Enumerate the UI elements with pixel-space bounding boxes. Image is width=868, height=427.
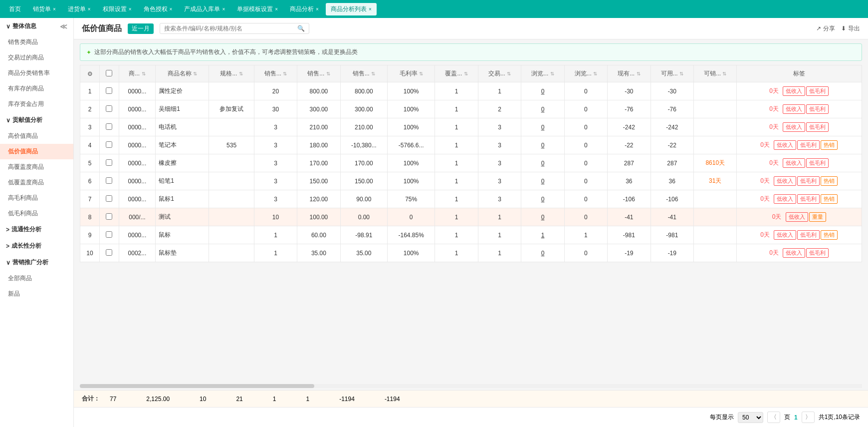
row-browse1[interactable]: 1 [521,226,564,244]
sidebar-group-growth[interactable]: > 成长性分析 [0,238,73,254]
row-checkbox-input[interactable] [106,213,112,220]
sidebar-item-traded-goods[interactable]: 交易过的商品 [0,50,73,65]
col-browse2[interactable]: 浏览... ⇅ [564,65,607,82]
row-name[interactable]: 鼠标1 [156,190,209,208]
nav-home[interactable]: 首页 [4,3,26,15]
row-browse1[interactable]: 0 [521,100,564,118]
browse1-link[interactable]: 0 [541,124,545,131]
sidebar-group-marketing[interactable]: ∨ 营销推广分析 [0,254,73,271]
col-gear[interactable]: ⚙ [80,65,100,82]
sidebar-item-all-goods[interactable]: 全部商品 [0,271,73,286]
col-sales-amount[interactable]: 销售... ⇅ [297,65,340,82]
sidebar-item-stock-goods[interactable]: 有库存的商品 [0,81,73,96]
row-checkbox[interactable] [100,100,119,118]
nav-close-goods-list[interactable]: × [369,6,372,12]
row-checkbox[interactable] [100,172,119,190]
row-checkbox[interactable] [100,136,119,154]
scrollbar-area[interactable] [80,384,862,388]
row-name[interactable]: 鼠标垫 [156,244,209,262]
row-name[interactable]: 笔记本 [156,136,209,154]
row-checkbox-input[interactable] [106,177,112,184]
sidebar-item-low-coverage[interactable]: 低覆盖度商品 [0,175,73,190]
col-margin[interactable]: 毛利率 ⇅ [388,65,435,82]
row-checkbox-input[interactable] [106,87,112,94]
sidebar-item-high-margin[interactable]: 高毛利商品 [0,190,73,206]
sidebar-item-low-margin[interactable]: 低毛利商品 [0,206,73,221]
nav-goods-analysis[interactable]: 商品分析 × [285,3,324,15]
row-name[interactable]: 电话机 [156,118,209,136]
row-name[interactable]: 鼠标 [156,226,209,244]
nav-close-goods[interactable]: × [316,6,319,12]
col-available[interactable]: 可用... ⇅ [651,65,693,82]
browse1-link[interactable]: 0 [541,196,545,203]
row-name[interactable]: 橡皮擦 [156,154,209,172]
browse1-link[interactable]: 0 [541,88,545,95]
nav-product-stock[interactable]: 产成品入库单 × [179,3,230,15]
export-button[interactable]: ⬇ 导出 [841,24,860,33]
col-code[interactable]: 商... ⇅ [119,65,156,82]
search-icon[interactable]: 🔍 [297,25,305,32]
col-trade[interactable]: 交易... ⇅ [478,65,521,82]
browse1-link[interactable]: 0 [541,250,545,257]
sidebar-item-sales-goods[interactable]: 销售类商品 [0,34,73,50]
nav-role-auth[interactable]: 角色授权 × [139,3,178,15]
col-browse1[interactable]: 浏览... ⇅ [521,65,564,82]
row-checkbox-input[interactable] [106,141,112,148]
nav-template[interactable]: 单据模板设置 × [232,3,283,15]
date-badge[interactable]: 近一月 [128,23,154,34]
browse1-link[interactable]: 0 [541,178,545,185]
row-checkbox-input[interactable] [106,159,112,166]
share-button[interactable]: ↗ 分享 [816,24,835,33]
row-browse1[interactable]: 0 [521,172,564,190]
row-checkbox-input[interactable] [106,195,112,202]
row-checkbox[interactable] [100,154,119,172]
row-browse1[interactable]: 0 [521,208,564,226]
collapse-overall[interactable]: ≪ [60,22,67,30]
sidebar-item-stock-capital[interactable]: 库存资金占用 [0,96,73,112]
browse1-link[interactable]: 1 [541,232,545,239]
col-checkbox[interactable] [100,65,119,82]
browse1-link[interactable]: 0 [541,142,545,149]
row-browse1[interactable]: 0 [521,82,564,100]
row-checkbox-input[interactable] [106,123,112,130]
col-current[interactable]: 现有... ⇅ [608,65,651,82]
row-browse1[interactable]: 0 [521,154,564,172]
select-all-checkbox[interactable] [106,70,112,76]
row-name[interactable]: 属性定价 [156,82,209,100]
row-browse1[interactable]: 0 [521,190,564,208]
row-checkbox[interactable] [100,226,119,244]
sidebar-group-overall[interactable]: ∨ 整体信息 ≪ [0,18,73,34]
col-coverage[interactable]: 覆盖... ⇅ [435,65,478,82]
sidebar-group-contribution[interactable]: ∨ 贡献值分析 [0,112,73,128]
search-input[interactable] [164,25,295,32]
prev-page-btn[interactable]: 〈 [767,412,780,423]
sidebar-item-low-value[interactable]: 低价值商品 [0,144,73,159]
page-size-select[interactable]: 50 100 200 [738,412,763,423]
row-checkbox[interactable] [100,190,119,208]
row-checkbox[interactable] [100,244,119,262]
next-page-btn[interactable]: 〉 [802,412,815,423]
sidebar-item-high-value[interactable]: 高价值商品 [0,128,73,144]
col-sales-qty[interactable]: 销售... ⇅ [254,65,297,82]
scrollbar-thumb[interactable] [80,384,314,388]
row-checkbox[interactable] [100,208,119,226]
sidebar-item-high-coverage[interactable]: 高覆盖度商品 [0,159,73,175]
nav-close-role[interactable]: × [170,6,173,12]
col-sales-price[interactable]: 销售... ⇅ [340,65,387,82]
row-browse1[interactable]: 0 [521,244,564,262]
col-spec[interactable]: 规格... ⇅ [209,65,254,82]
col-tags[interactable]: 标签 [737,65,862,82]
nav-close-product[interactable]: × [222,6,225,12]
nav-sales-order[interactable]: 销货单 × [28,3,61,15]
row-checkbox-input[interactable] [106,105,112,112]
browse1-link[interactable]: 0 [541,160,545,167]
nav-close-sales[interactable]: × [53,6,56,12]
row-checkbox-input[interactable] [106,231,112,238]
row-browse1[interactable]: 0 [521,118,564,136]
row-name[interactable]: 铅笔1 [156,172,209,190]
nav-permission[interactable]: 权限设置 × [98,3,137,15]
row-browse1[interactable]: 0 [521,136,564,154]
col-saleable[interactable]: 可销... ⇅ [694,65,737,82]
sidebar-group-flow[interactable]: > 流通性分析 [0,221,73,238]
nav-goods-analysis-list[interactable]: 商品分析列表 × [326,3,377,15]
